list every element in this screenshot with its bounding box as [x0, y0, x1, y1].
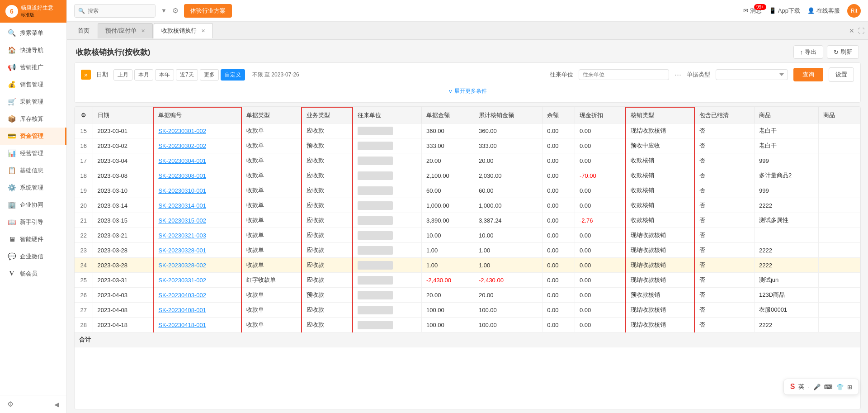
bill-no-link[interactable]: SK-20230304-001 — [158, 157, 206, 164]
cell-partner: ██ — [353, 168, 422, 183]
dropdown-icon[interactable]: ▼ — [161, 7, 167, 14]
date-range-display: 不限 至 2023-07-26 — [252, 71, 299, 79]
tab-prepay-label: 预付/应付单 — [105, 27, 137, 35]
sidebar-item-system[interactable]: ⚙️ 系统管理 — [0, 179, 66, 196]
service-btn[interactable]: 👤 在线客服 — [807, 7, 840, 15]
bill-no-link[interactable]: SK-20230315-002 — [158, 217, 206, 224]
sidebar-item-quick[interactable]: 🏠 快捷导航 — [0, 42, 66, 59]
tab-expand-button[interactable]: ⛶ — [858, 27, 864, 34]
bill-no-link[interactable]: SK-20230328-001 — [158, 247, 206, 254]
cell-no: 21 — [75, 213, 93, 228]
sidebar-item-label: 畅会员 — [20, 270, 38, 278]
sidebar-item-marketing[interactable]: 📢 营销推广 — [0, 59, 66, 76]
cell-include-cleared: 否 — [694, 303, 754, 318]
export-button[interactable]: ↑ 导出 — [793, 45, 824, 59]
table-row: 17 2023-03-04 SK-20230304-001 收款单 应收款 ██… — [75, 153, 860, 168]
cell-no: 24 — [75, 258, 93, 273]
refresh-button[interactable]: ↻ 刷新 — [827, 45, 859, 59]
mic-icon[interactable]: 🎤 — [813, 384, 821, 390]
dot-separator: · — [808, 384, 810, 390]
gear-settings-icon[interactable]: ⚙ — [172, 6, 179, 15]
cell-date: 2023-03-02 — [93, 138, 153, 153]
fund-icon: 💳 — [7, 132, 16, 140]
filter-toggle-button[interactable]: » — [81, 70, 91, 80]
sidebar-item-purchase[interactable]: 🛒 采购管理 — [0, 93, 66, 110]
bill-no-link[interactable]: SK-20230314-001 — [158, 202, 206, 209]
last-month-button[interactable]: 上月 — [113, 69, 132, 81]
sidebar-item-label: 企业微信 — [20, 252, 43, 261]
col-setting[interactable]: ⚙ — [75, 107, 93, 123]
tab-home[interactable]: 首页 — [71, 23, 97, 38]
bill-no-link[interactable]: SK-20230328-002 — [158, 262, 206, 269]
sidebar-item-enterprise[interactable]: 🏢 企业协同 — [0, 196, 66, 214]
search-input[interactable] — [88, 8, 151, 14]
bill-type-select[interactable] — [716, 69, 788, 80]
sidebar-item-inventory[interactable]: 📦 库存核算 — [0, 110, 66, 128]
tab-receipt[interactable]: 收款核销执行 ✕ — [154, 23, 213, 38]
settings-icon[interactable]: ⚙ — [7, 400, 14, 408]
cell-goods: 2222 — [754, 258, 818, 273]
bill-no-link[interactable]: SK-20230310-001 — [158, 187, 206, 194]
last7-button[interactable]: 近7天 — [176, 69, 198, 81]
cell-bill-type: 收款单 — [241, 243, 302, 258]
user-avatar[interactable]: Rit — [847, 4, 861, 18]
sidebar-item-member[interactable]: V 畅会员 — [0, 265, 66, 282]
sidebar-item-hardware[interactable]: 🖥 智能硬件 — [0, 231, 66, 248]
export-icon: ↑ — [800, 49, 803, 56]
tab-prepay-close[interactable]: ✕ — [141, 28, 145, 34]
table-row: 22 2023-03-21 SK-20230321-003 收款单 应收款 ██… — [75, 228, 860, 243]
cell-date: 2023-03-15 — [93, 213, 153, 228]
message-btn[interactable]: ✉ 消息 99+ — [743, 7, 762, 15]
custom-button[interactable]: 自定义 — [221, 69, 245, 81]
cell-goods: 2222 — [754, 243, 818, 258]
cell-date: 2023-03-08 — [93, 168, 153, 183]
sidebar-item-fund[interactable]: 💳 资金管理 — [0, 128, 66, 145]
sidebar-item-sales[interactable]: 💰 销售管理 — [0, 76, 66, 93]
this-year-button[interactable]: 本年 — [155, 69, 174, 81]
bill-no-link[interactable]: SK-20230302-002 — [158, 142, 206, 149]
solution-button[interactable]: 体验行业方案 — [184, 4, 232, 18]
inventory-icon: 📦 — [7, 115, 16, 123]
collapse-icon[interactable]: ◀ — [54, 401, 59, 408]
shirt-icon[interactable]: 👕 — [836, 384, 844, 390]
sidebar-item-guide[interactable]: 📖 新手引导 — [0, 214, 66, 231]
tab-prepay[interactable]: 预付/应付单 ✕ — [98, 23, 153, 38]
cell-balance: 0.00 — [542, 198, 575, 213]
cell-bill-no: SK-20230308-001 — [153, 168, 241, 183]
bill-no-link[interactable]: SK-20230403-002 — [158, 292, 206, 299]
cell-discount: 0.00 — [575, 273, 625, 288]
keyboard-icon[interactable]: ⌨ — [824, 384, 833, 390]
query-button[interactable]: 查询 — [793, 68, 823, 81]
bill-no-link[interactable]: SK-20230321-003 — [158, 232, 206, 239]
more-button[interactable]: 更多 — [200, 69, 219, 81]
guide-icon: 📖 — [7, 218, 16, 226]
data-table-container: ⚙ 日期 单据编号 单据类型 业务类型 往来单位 单据金额 累计核销金额 余额 … — [74, 106, 861, 409]
sidebar-item-operate[interactable]: 📊 经营管理 — [0, 145, 66, 162]
copy-icon[interactable]: ⊞ — [847, 384, 852, 390]
partner-input[interactable] — [579, 69, 669, 80]
setting-button[interactable]: 设置 — [829, 67, 854, 82]
partner-label: 往来单位 — [550, 71, 573, 79]
filter-expand-row[interactable]: ∨ 展开更多条件 — [81, 85, 854, 98]
bill-no-link[interactable]: SK-20230301-002 — [158, 128, 206, 134]
app-download-btn[interactable]: 📱 App下载 — [769, 7, 800, 15]
date-filter-label: 日期 — [96, 71, 108, 79]
sidebar-item-basic[interactable]: 📋 基础信息 — [0, 162, 66, 179]
cell-goods: 多计量商品2 — [754, 168, 818, 183]
bill-no-link[interactable]: SK-20230308-001 — [158, 172, 206, 179]
user-initial: Rit — [851, 8, 858, 14]
cell-date: 2023-04-03 — [93, 288, 153, 303]
cell-balance: 0.00 — [542, 273, 575, 288]
bill-no-link[interactable]: SK-20230418-001 — [158, 322, 206, 328]
cell-goods: 测试jun — [754, 273, 818, 288]
bill-no-link[interactable]: SK-20230408-001 — [158, 307, 206, 313]
bill-no-link[interactable]: SK-20230331-002 — [158, 277, 206, 284]
tab-close-all-button[interactable]: ✕ — [849, 27, 854, 34]
sidebar-item-wechat[interactable]: 💬 企业微信 — [0, 248, 66, 265]
tab-receipt-close[interactable]: ✕ — [201, 28, 205, 34]
cell-amount: 100.00 — [422, 303, 474, 318]
cell-bill-no: SK-20230328-002 — [153, 258, 241, 273]
sidebar-item-search[interactable]: 🔍 搜索菜单 — [0, 24, 66, 42]
this-month-button[interactable]: 本月 — [134, 69, 153, 81]
cell-date: 2023-03-31 — [93, 273, 153, 288]
